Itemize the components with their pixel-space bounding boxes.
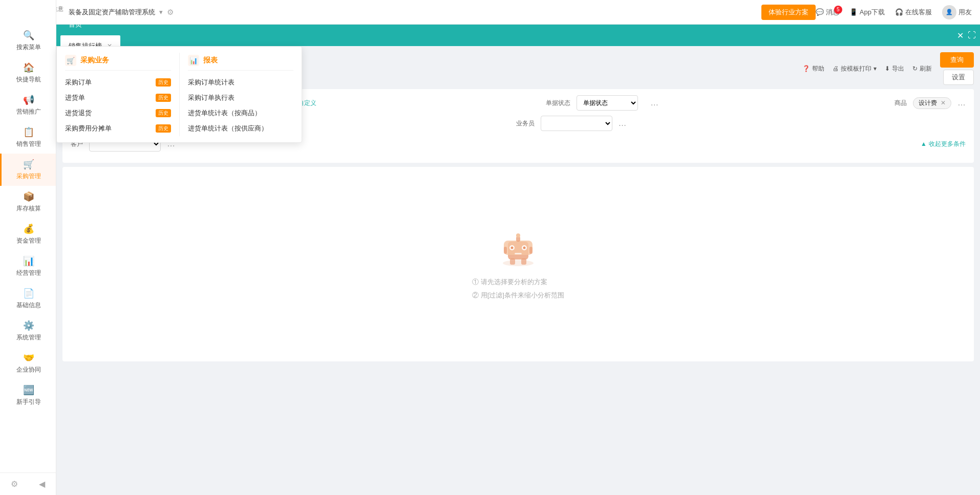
svg-point-5: [510, 247, 513, 249]
plan-button[interactable]: 体验行业方案: [761, 5, 816, 20]
sidebar-icon-operation: 📊: [23, 255, 34, 267]
goods-tag-close[interactable]: ✕: [941, 99, 946, 106]
tab-expand-icon[interactable]: ⛶: [968, 31, 976, 40]
headset-icon: 🎧: [895, 8, 903, 16]
sidebar-collapse-btn[interactable]: ◀: [39, 479, 45, 489]
app-label: App下载: [860, 8, 885, 17]
system-name-area: 装备及固定资产辅助管理系统 ▾ ⚙: [65, 8, 757, 17]
query-btn-group: 查询 设置: [940, 52, 974, 85]
sidebar-icon-search: 🔍: [23, 30, 34, 41]
user-btn[interactable]: 👤 用友: [942, 5, 972, 19]
goods-tag[interactable]: 设计费 ✕: [913, 97, 951, 109]
history-badge-1: 历史: [156, 94, 171, 102]
sidebar-label-finance: 资金管理: [16, 236, 41, 245]
user-label: 用友: [958, 8, 972, 17]
dropdown-report-title: 📊 报表: [188, 53, 294, 71]
history-badge-2: 历史: [156, 109, 171, 117]
sidebar-label-system: 系统管理: [16, 333, 41, 342]
goods-label: 商品: [894, 99, 907, 107]
doc-status-select[interactable]: 单据状态: [577, 95, 638, 111]
system-name: 装备及固定资产辅助管理系统: [69, 8, 155, 17]
sidebar-label-purchase: 采购管理: [16, 172, 41, 181]
sidebar-label-basic: 基础信息: [16, 301, 41, 310]
dropdown-report-items: 采购订单统计表采购订单执行表进货单统计表（按商品）进货单统计表（按供应商）: [188, 75, 294, 136]
dropdown-report-item-2[interactable]: 进货单统计表（按商品）: [188, 105, 294, 121]
tabbar-controls: ✕ ⛶: [957, 31, 976, 40]
print-label: 按模板打印: [841, 64, 871, 73]
sidebar-item-home[interactable]: 🏠快捷导航: [0, 57, 56, 89]
help-label: 帮助: [812, 64, 824, 73]
print-icon: 🖨: [833, 65, 839, 72]
sidebar-icon-inventory: 📦: [23, 191, 34, 202]
refresh-btn[interactable]: ↻ 刷新: [912, 64, 932, 73]
settings-icon[interactable]: ⚙: [167, 8, 174, 17]
dropdown-purchase-title: 🛒 采购业务: [65, 53, 171, 71]
svg-rect-2: [504, 241, 532, 255]
sidebar-item-sales[interactable]: 📋销售管理: [0, 121, 56, 154]
message-badge: 5: [834, 6, 842, 14]
sidebar: 🔍搜索菜单🏠快捷导航📢营销推广📋销售管理🛒采购管理📦库存核算💰资金管理📊经营管理…: [0, 0, 56, 495]
app-download-btn[interactable]: 📱 App下载: [849, 8, 885, 17]
help-icon: ❓: [802, 65, 810, 72]
dropdown-purchase-col: 🛒 采购业务 采购订单历史进货单历史进货退货历史采购费用分摊单历史: [57, 53, 179, 136]
svg-rect-13: [521, 259, 526, 265]
sidebar-icon-sales: 📋: [23, 126, 34, 138]
history-badge-0: 历史: [156, 78, 171, 87]
salesperson-label: 业务员: [516, 119, 535, 128]
empty-state: ① 请先选择要分析的方案 ② 用[过滤]条件来缩小分析范围: [472, 185, 564, 343]
sidebar-item-guide[interactable]: 🆕新手引导: [0, 379, 56, 412]
tab-close-all-icon[interactable]: ✕: [957, 31, 964, 40]
dropdown-report-item-0[interactable]: 采购订单统计表: [188, 75, 294, 90]
sidebar-bottom: ⚙ ◀: [0, 472, 56, 495]
svg-point-6: [523, 247, 525, 249]
export-btn[interactable]: ⬇ 导出: [885, 64, 904, 73]
salesperson-select[interactable]: [541, 116, 612, 131]
message-btn[interactable]: 💬 消息 5: [816, 8, 839, 17]
sidebar-item-search[interactable]: 🔍搜索菜单: [0, 25, 56, 57]
sidebar-item-purchase[interactable]: 🛒采购管理: [0, 154, 56, 186]
dropdown-purchase-item-1[interactable]: 进货单历史: [65, 90, 171, 105]
sidebar-icon-basic: 📄: [23, 288, 34, 299]
settings-button[interactable]: 设置: [943, 70, 974, 85]
sidebar-item-basic[interactable]: 📄基础信息: [0, 283, 56, 315]
svg-rect-10: [504, 247, 507, 254]
svg-point-0: [503, 260, 534, 266]
sidebar-label-inventory: 库存核算: [16, 204, 41, 213]
dropdown-report-item-1[interactable]: 采购订单执行表: [188, 90, 294, 105]
sidebar-item-operation[interactable]: 📊经营管理: [0, 250, 56, 283]
print-btn[interactable]: 🖨 按模板打印 ▾: [833, 64, 877, 73]
salesperson-more-btn[interactable]: …: [619, 119, 627, 128]
report-title-icon: 📊: [188, 55, 199, 66]
empty-tip: ① 请先选择要分析的方案 ② 用[过滤]条件来缩小分析范围: [472, 275, 564, 302]
dropdown-purchase-item-0[interactable]: 采购订单历史: [65, 75, 171, 90]
sidebar-item-system[interactable]: ⚙️系统管理: [0, 315, 56, 347]
dropdown-purchase-item-3[interactable]: 采购费用分摊单历史: [65, 121, 171, 136]
svg-rect-11: [529, 247, 532, 254]
collapse-icon: ▲: [921, 140, 927, 147]
sidebar-label-guide: 新手引导: [16, 398, 41, 406]
sidebar-item-marketing[interactable]: 📢营销推广: [0, 89, 56, 121]
message-icon: 💬: [816, 8, 824, 16]
empty-svg: [493, 226, 544, 267]
print-dropdown-icon[interactable]: ▾: [874, 65, 877, 72]
query-button[interactable]: 查询: [940, 52, 974, 68]
service-btn[interactable]: 🎧 在线客服: [895, 8, 932, 17]
dropdown-purchase-item-2[interactable]: 进货退货历史: [65, 105, 171, 121]
sidebar-label-collab: 企业协同: [16, 365, 41, 374]
sidebar-settings-btn[interactable]: ⚙: [11, 479, 18, 489]
goods-more-btn[interactable]: …: [957, 98, 966, 107]
dropdown-purchase-items: 采购订单历史进货单历史进货退货历史采购费用分摊单历史: [65, 75, 171, 136]
dropdown-icon[interactable]: ▾: [159, 8, 163, 16]
sidebar-item-finance[interactable]: 💰资金管理: [0, 218, 56, 250]
phone-icon: 📱: [849, 8, 858, 16]
sidebar-item-inventory[interactable]: 📦库存核算: [0, 186, 56, 218]
collapse-button[interactable]: ▲ 收起更多条件: [921, 140, 966, 148]
refresh-label: 刷新: [920, 64, 932, 73]
svg-rect-7: [515, 253, 522, 254]
dropdown-report-item-3[interactable]: 进货单统计表（按供应商）: [188, 121, 294, 136]
sidebar-item-collab[interactable]: 🤝企业协同: [0, 347, 56, 379]
help-btn[interactable]: ❓ 帮助: [802, 64, 824, 73]
doc-status-label: 单据状态: [546, 99, 570, 107]
doc-status-more-btn[interactable]: …: [644, 98, 665, 107]
topbar: 6 畅捷通好生意 标准版 装备及固定资产辅助管理系统 ▾ ⚙ 体验行业方案 💬 …: [0, 0, 980, 25]
